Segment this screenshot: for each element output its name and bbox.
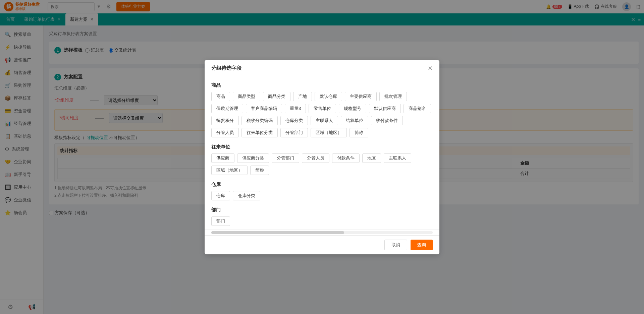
tag-product-1[interactable]: 商品类型 — [233, 92, 260, 101]
tag-dept-0[interactable]: 部门 — [211, 216, 230, 226]
tag-partner-5[interactable]: 地区 — [362, 153, 381, 163]
tag-product-15[interactable]: 税收分类编码 — [241, 116, 278, 125]
tag-product-4[interactable]: 默认仓库 — [315, 92, 342, 101]
tag-partner-1[interactable]: 供应商分类 — [237, 153, 269, 163]
field-group-partner: 往来单位 供应商 供应商分类 分管部门 分管人员 付款条件 地区 主联系人 区域… — [211, 144, 433, 175]
modal-close-button[interactable]: ✕ — [428, 65, 433, 72]
tag-warehouse-0[interactable]: 仓库 — [211, 191, 230, 200]
tag-product-19[interactable]: 收付款条件 — [371, 116, 403, 125]
tag-partner-6[interactable]: 主联系人 — [384, 153, 411, 163]
tag-product-18[interactable]: 结算单位 — [341, 116, 368, 125]
modal-footer: 取消 查询 — [205, 235, 439, 254]
tag-warehouse-1[interactable]: 仓库分类 — [233, 191, 260, 200]
modal-body: 商品 商品 商品类型 商品分类 产地 默认仓库 主要供应商 批次管理 保质期管理… — [205, 77, 439, 230]
tag-product-21[interactable]: 往来单位分类 — [241, 128, 278, 137]
tag-product-3[interactable]: 产地 — [293, 92, 312, 101]
modal-dialog: 分组待选字段 ✕ 商品 商品 商品类型 商品分类 产地 默认仓库 主要供应商 批… — [205, 60, 439, 254]
field-tags-product: 商品 商品类型 商品分类 产地 默认仓库 主要供应商 批次管理 保质期管理 客户… — [211, 92, 433, 137]
tag-partner-2[interactable]: 分管部门 — [272, 153, 299, 163]
field-tags-warehouse: 仓库 仓库分类 — [211, 191, 433, 200]
group-title-dept: 部门 — [211, 207, 433, 213]
tag-product-24[interactable]: 简称 — [350, 128, 368, 137]
tag-product-12[interactable]: 默认供应商 — [369, 104, 401, 113]
tag-partner-8[interactable]: 简称 — [250, 166, 269, 175]
tag-partner-0[interactable]: 供应商 — [211, 153, 234, 163]
tag-product-16[interactable]: 仓库分类 — [280, 116, 308, 125]
modal-overlay[interactable]: 分组待选字段 ✕ 商品 商品 商品类型 商品分类 产地 默认仓库 主要供应商 批… — [0, 0, 644, 314]
modal-confirm-button[interactable]: 查询 — [411, 240, 433, 250]
field-group-product: 商品 商品 商品类型 商品分类 产地 默认仓库 主要供应商 批次管理 保质期管理… — [211, 82, 433, 137]
tag-product-23[interactable]: 区域（地区） — [311, 128, 347, 137]
hscroll-thumb[interactable] — [211, 231, 344, 234]
tag-product-6[interactable]: 批次管理 — [379, 92, 407, 101]
tag-product-0[interactable]: 商品 — [211, 92, 230, 101]
tag-product-13[interactable]: 商品别名 — [404, 104, 431, 113]
modal-hscrollbar[interactable] — [205, 230, 439, 235]
tag-product-14[interactable]: 拣货积分 — [211, 116, 239, 125]
tag-product-20[interactable]: 分管人员 — [211, 128, 239, 137]
field-group-dept: 部门 部门 — [211, 207, 433, 226]
tag-product-17[interactable]: 主联系人 — [311, 116, 338, 125]
tag-partner-7[interactable]: 区域（地区） — [211, 166, 248, 175]
group-title-product: 商品 — [211, 82, 433, 88]
field-group-warehouse: 仓库 仓库 仓库分类 — [211, 182, 433, 200]
tag-product-10[interactable]: 零售单位 — [309, 104, 336, 113]
tag-product-9[interactable]: 重量3 — [285, 104, 306, 113]
tag-product-2[interactable]: 商品分类 — [263, 92, 290, 101]
hscroll-track — [211, 231, 433, 234]
modal-cancel-button[interactable]: 取消 — [384, 240, 407, 250]
modal-header: 分组待选字段 ✕ — [205, 60, 439, 77]
tag-product-5[interactable]: 主要供应商 — [345, 92, 377, 101]
tag-product-11[interactable]: 规格型号 — [339, 104, 366, 113]
group-title-warehouse: 仓库 — [211, 182, 433, 188]
field-tags-partner: 供应商 供应商分类 分管部门 分管人员 付款条件 地区 主联系人 区域（地区） … — [211, 153, 433, 175]
tag-product-7[interactable]: 保质期管理 — [211, 104, 243, 113]
field-tags-dept: 部门 — [211, 216, 433, 226]
group-title-partner: 往来单位 — [211, 144, 433, 150]
tag-partner-4[interactable]: 付款条件 — [332, 153, 360, 163]
tag-partner-3[interactable]: 分管人员 — [302, 153, 329, 163]
tag-product-8[interactable]: 客户商品编码 — [246, 104, 282, 113]
modal-title: 分组待选字段 — [211, 65, 241, 71]
tag-product-22[interactable]: 分管部门 — [280, 128, 308, 137]
